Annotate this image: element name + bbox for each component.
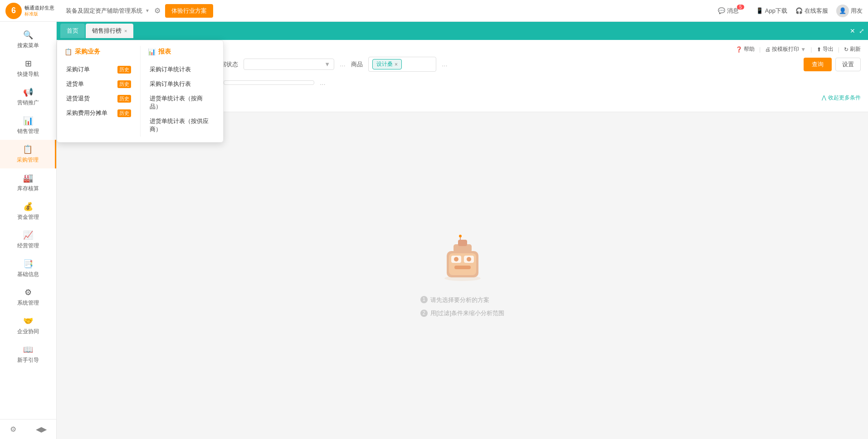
purchase-report-title: 📊 报表 xyxy=(148,46,216,58)
purchase-inbound-item[interactable]: 进货单 历史 xyxy=(64,77,133,91)
purchase-inbound-history-badge: 历史 xyxy=(117,80,131,88)
purchase-business-section: 📋 采购业务 采购订单 历史 进货单 历史 进货退货 历史 采购费用分摊单 历史 xyxy=(57,46,140,137)
purchase-order-label: 采购订单 xyxy=(66,65,90,74)
inbound-stat-goods-item[interactable]: 进货单统计表（按商品） xyxy=(148,91,216,114)
po-exec-item[interactable]: 采购订单执行表 xyxy=(148,77,216,91)
po-stat-item[interactable]: 采购订单统计表 xyxy=(148,62,216,77)
inbound-stat-goods-label: 进货单统计表（按商品） xyxy=(150,94,215,111)
purchase-report-section: 📊 报表 采购订单统计表 采购订单执行表 进货单统计表（按商品） 进货单统计表（… xyxy=(140,46,224,137)
purchase-order-item[interactable]: 采购订单 历史 xyxy=(64,62,133,77)
purchase-business-title: 📋 采购业务 xyxy=(64,46,133,58)
purchase-inbound-label: 进货单 xyxy=(66,80,84,88)
purchase-return-label: 进货退货 xyxy=(66,94,90,103)
purchase-cost-item[interactable]: 采购费用分摊单 历史 xyxy=(64,106,133,120)
purchase-cost-history-badge: 历史 xyxy=(117,109,131,117)
inbound-stat-supplier-label: 进货单统计表（按供应商） xyxy=(150,117,215,133)
purchase-order-history-badge: 历史 xyxy=(117,66,131,74)
purchase-return-item[interactable]: 进货退货 历史 xyxy=(64,91,133,106)
po-stat-label: 采购订单统计表 xyxy=(150,65,191,74)
purchase-return-history-badge: 历史 xyxy=(117,95,131,103)
report-icon: 📊 xyxy=(148,48,156,55)
purchase-dropdown-menu: 📋 采购业务 采购订单 历史 进货单 历史 进货退货 历史 采购费用分摊单 历史… xyxy=(57,40,224,143)
po-exec-label: 采购订单执行表 xyxy=(150,80,191,88)
purchase-cost-label: 采购费用分摊单 xyxy=(66,109,107,117)
inbound-stat-supplier-item[interactable]: 进货单统计表（按供应商） xyxy=(148,114,216,137)
purchase-biz-icon: 📋 xyxy=(64,48,72,55)
